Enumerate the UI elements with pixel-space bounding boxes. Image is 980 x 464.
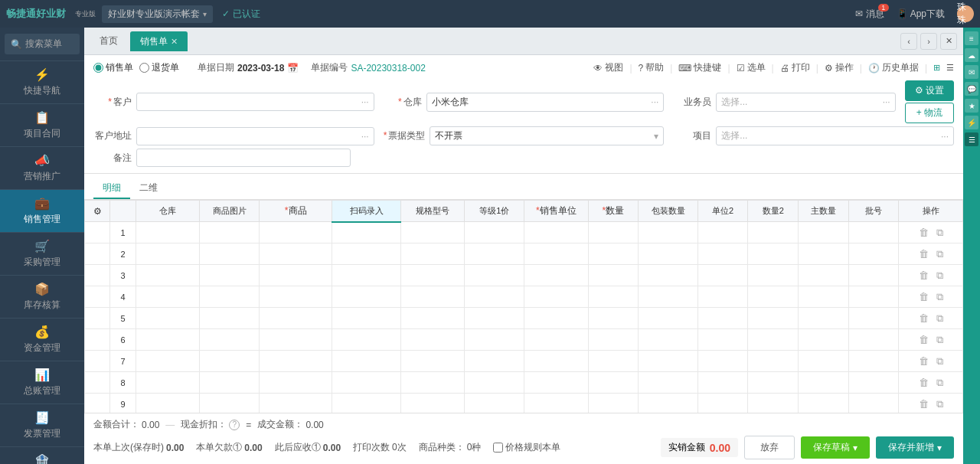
row-unit[interactable]: [524, 286, 589, 308]
row-scan[interactable]: [332, 394, 401, 413]
row-unit[interactable]: [524, 308, 589, 329]
row-pack-qty[interactable]: [639, 265, 698, 286]
save-new-arrow[interactable]: ▾: [937, 443, 942, 453]
row-image[interactable]: [200, 394, 260, 413]
row-spec[interactable]: [400, 394, 465, 413]
tab-close-button[interactable]: ✕: [171, 37, 178, 47]
row-batch[interactable]: [848, 351, 899, 372]
row-unit[interactable]: [524, 243, 589, 265]
tab-prev-button[interactable]: ‹: [900, 33, 917, 50]
row-unit[interactable]: [524, 372, 589, 394]
row-price1[interactable]: [465, 351, 524, 372]
tab-detail[interactable]: 明细: [93, 178, 130, 199]
row-delete-button[interactable]: 🗑: [916, 247, 931, 261]
row-qty[interactable]: [588, 372, 639, 394]
sidebar-item-quick-nav[interactable]: ⚡ 快捷导航: [0, 61, 84, 104]
row-copy-button[interactable]: ⧉: [934, 312, 946, 325]
save-draft-button[interactable]: 保存草稿 ▾: [801, 436, 870, 459]
row-delete-button[interactable]: 🗑: [916, 376, 931, 390]
row-main-qty[interactable]: [799, 329, 849, 351]
row-warehouse[interactable]: [136, 286, 200, 308]
row-delete-button[interactable]: 🗑: [916, 333, 931, 347]
row-copy-button[interactable]: ⧉: [934, 397, 946, 411]
row-copy-button[interactable]: ⧉: [934, 376, 946, 390]
row-main-qty[interactable]: [799, 286, 849, 308]
row-spec[interactable]: [400, 243, 465, 265]
row-warehouse[interactable]: [136, 372, 200, 394]
row-spec[interactable]: [400, 329, 465, 351]
row-qty[interactable]: [588, 265, 639, 286]
company-selector[interactable]: 好业财专业版演示帐套 ▾: [102, 5, 213, 23]
row-qty[interactable]: [588, 394, 639, 413]
right-panel-btn-5[interactable]: ★: [965, 99, 978, 113]
row-goods[interactable]: [259, 351, 332, 372]
row-warehouse[interactable]: [136, 351, 200, 372]
search-menu-button[interactable]: 🔍 搜索菜单: [5, 34, 80, 54]
row-unit[interactable]: [524, 222, 589, 243]
history-button[interactable]: 🕐 历史单据: [868, 61, 919, 74]
price-check-label[interactable]: 价格规则本单: [493, 441, 560, 454]
row-image[interactable]: [200, 265, 260, 286]
row-spec[interactable]: [400, 222, 465, 243]
row-scan[interactable]: [332, 243, 401, 265]
row-qty2[interactable]: [748, 329, 799, 351]
salesperson-dots[interactable]: ···: [883, 96, 890, 107]
sidebar-item-purchase[interactable]: 🛒 采购管理: [0, 233, 84, 276]
row-delete-button[interactable]: 🗑: [916, 312, 931, 325]
address-dots[interactable]: ···: [361, 131, 369, 142]
row-unit2[interactable]: [697, 222, 748, 243]
row-delete-button[interactable]: 🗑: [916, 355, 931, 368]
row-unit2[interactable]: [697, 243, 748, 265]
row-spec[interactable]: [400, 308, 465, 329]
row-scan[interactable]: [332, 265, 401, 286]
row-warehouse[interactable]: [136, 243, 200, 265]
radio-return[interactable]: 退货单: [139, 61, 179, 74]
invoice-select[interactable]: 不开票 ▾: [430, 126, 664, 145]
sidebar-item-accounting[interactable]: 📊 总账管理: [0, 361, 84, 404]
address-input[interactable]: ···: [136, 127, 374, 145]
row-qty2[interactable]: [748, 308, 799, 329]
row-main-qty[interactable]: [799, 372, 849, 394]
row-qty2[interactable]: [748, 243, 799, 265]
row-unit2[interactable]: [697, 351, 748, 372]
setup-button[interactable]: ⚙ 设置: [905, 80, 954, 101]
row-warehouse[interactable]: [136, 222, 200, 243]
radio-sale-input[interactable]: [93, 63, 103, 73]
row-unit2[interactable]: [697, 265, 748, 286]
row-price1[interactable]: [465, 329, 524, 351]
row-price1[interactable]: [465, 243, 524, 265]
row-qty[interactable]: [588, 351, 639, 372]
row-batch[interactable]: [848, 243, 899, 265]
row-goods[interactable]: [259, 265, 332, 286]
row-batch[interactable]: [848, 329, 899, 351]
tab-close-all-button[interactable]: ✕: [940, 33, 957, 50]
row-qty2[interactable]: [748, 286, 799, 308]
row-main-qty[interactable]: [799, 351, 849, 372]
sidebar-item-inventory[interactable]: 📦 库存核算: [0, 276, 84, 319]
row-copy-button[interactable]: ⧉: [934, 269, 946, 283]
row-qty[interactable]: [588, 308, 639, 329]
row-warehouse[interactable]: [136, 394, 200, 413]
row-unit2[interactable]: [697, 329, 748, 351]
row-unit[interactable]: [524, 394, 589, 413]
grid-view-button[interactable]: ⊞: [933, 63, 940, 73]
tab-home[interactable]: 首页: [90, 31, 127, 51]
row-batch[interactable]: [848, 372, 899, 394]
row-pack-qty[interactable]: [639, 308, 698, 329]
sidebar-item-tax[interactable]: 🏦 税务管理: [0, 447, 84, 464]
view-button[interactable]: 👁 视图: [593, 61, 623, 74]
row-spec[interactable]: [400, 372, 465, 394]
row-batch[interactable]: [848, 394, 899, 413]
sidebar-item-sales[interactable]: 💼 销售管理: [0, 190, 84, 233]
row-image[interactable]: [200, 286, 260, 308]
radio-sale[interactable]: 销售单: [93, 61, 133, 74]
row-unit2[interactable]: [697, 286, 748, 308]
row-unit2[interactable]: [697, 308, 748, 329]
goods-button[interactable]: + 物流: [905, 103, 954, 123]
row-price1[interactable]: [465, 265, 524, 286]
row-goods[interactable]: [259, 329, 332, 351]
row-qty2[interactable]: [748, 222, 799, 243]
row-qty[interactable]: [588, 222, 639, 243]
salesperson-input[interactable]: 选择... ···: [716, 93, 895, 112]
row-spec[interactable]: [400, 286, 465, 308]
